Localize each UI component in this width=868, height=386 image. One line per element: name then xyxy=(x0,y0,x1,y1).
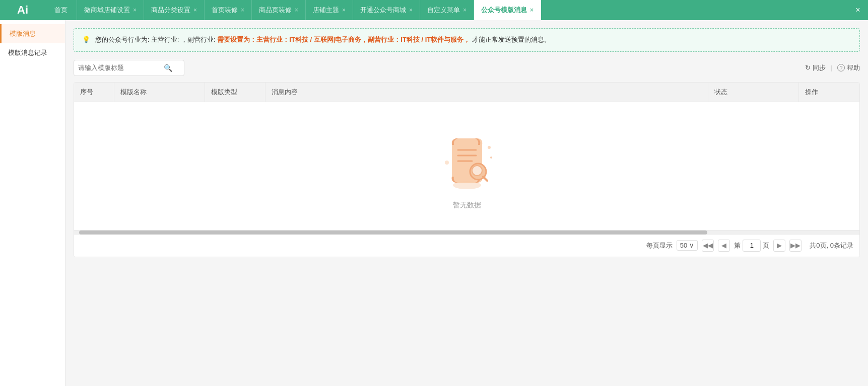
help-label: 帮助 xyxy=(847,63,860,72)
total-info: 共0页, 0条记录 xyxy=(810,241,853,250)
sidebar-item-template-message-log-label: 模版消息记录 xyxy=(8,49,47,56)
empty-text: 暂无数据 xyxy=(453,201,481,210)
page-label: 第 xyxy=(734,241,741,250)
search-bar: 🔍 ↻ 同步 | ? 帮助 xyxy=(74,60,860,76)
sync-label: 同步 xyxy=(813,63,826,72)
tab-category-settings[interactable]: 商品分类设置 × xyxy=(144,0,205,20)
per-page-dropdown-icon: ∨ xyxy=(689,242,694,249)
table-header: 序号 模版名称 模版类型 消息内容 状态 操作 xyxy=(74,83,859,102)
th-seq: 序号 xyxy=(74,83,114,102)
sidebar-item-template-message-label: 模版消息 xyxy=(10,30,36,37)
tab-template-message-close[interactable]: × xyxy=(530,7,533,14)
tab-shop-theme-label: 店铺主题 xyxy=(313,6,339,15)
search-actions: ↻ 同步 | ? 帮助 xyxy=(805,63,860,72)
sync-icon: ↻ xyxy=(805,64,811,71)
notice-icon: 💡 xyxy=(82,36,90,43)
notice-box: 💡 您的公众号行业为: 主营行业: ，副营行业: 需要设置为：主营行业：IT科技… xyxy=(74,28,860,52)
svg-point-7 xyxy=(488,146,491,149)
next-page-button[interactable]: ▶ xyxy=(773,240,785,252)
svg-line-6 xyxy=(483,177,487,181)
sidebar: 模版消息 模版消息记录 xyxy=(0,20,65,386)
th-action: 操作 xyxy=(799,83,859,102)
tab-custom-menu-label: 自定义菜单 xyxy=(427,6,460,15)
tab-product-decoration[interactable]: 商品页装修 × xyxy=(252,0,306,20)
first-page-button[interactable]: ◀◀ xyxy=(702,240,714,252)
page-input[interactable] xyxy=(743,240,761,252)
svg-point-9 xyxy=(490,157,492,159)
th-status: 状态 xyxy=(708,83,799,102)
page-num-input: 第 页 xyxy=(734,240,769,252)
tab-shop-settings-label: 微商城店铺设置 xyxy=(84,6,130,15)
th-template-name: 模版名称 xyxy=(114,83,205,102)
scrollbar-track[interactable] xyxy=(74,230,859,234)
search-input-wrap[interactable]: 🔍 xyxy=(74,60,184,76)
svg-point-8 xyxy=(445,161,449,165)
tab-category-settings-label: 商品分类设置 xyxy=(151,6,190,15)
th-template-type: 模版类型 xyxy=(205,83,265,102)
per-page-value: 50 xyxy=(680,242,687,249)
tab-shop-theme-close[interactable]: × xyxy=(342,7,346,14)
search-icon[interactable]: 🔍 xyxy=(164,64,172,72)
empty-icon xyxy=(437,132,497,193)
tab-open-mall-close[interactable]: × xyxy=(409,7,413,14)
tab-open-mall-label: 开通公众号商城 xyxy=(360,6,406,15)
svg-point-5 xyxy=(472,166,482,176)
pipe-divider: | xyxy=(831,64,832,71)
tab-template-message-label: 公众号模版消息 xyxy=(481,6,527,15)
tab-shop-settings[interactable]: 微商城店铺设置 × xyxy=(77,0,144,20)
tab-template-message[interactable]: 公众号模版消息 × xyxy=(474,0,541,20)
scrollbar-thumb[interactable] xyxy=(79,230,707,235)
notice-text-after: 才能正常发送预置的消息。 xyxy=(472,36,551,43)
help-button[interactable]: ? 帮助 xyxy=(837,63,860,72)
page-suffix: 页 xyxy=(763,241,769,250)
app-logo: Ai xyxy=(0,0,45,20)
top-nav: Ai 首页 微商城店铺设置 × 商品分类设置 × 首页装修 × 商品页装修 × … xyxy=(0,0,868,20)
table-container: 序号 模版名称 模版类型 消息内容 状态 操作 xyxy=(74,82,860,257)
tab-shop-settings-close[interactable]: × xyxy=(133,7,137,14)
help-icon: ? xyxy=(837,64,845,71)
tab-product-decoration-close[interactable]: × xyxy=(295,7,298,14)
tab-home-decoration[interactable]: 首页装修 × xyxy=(205,0,252,20)
sync-button[interactable]: ↻ 同步 xyxy=(805,63,826,72)
tab-home-decoration-label: 首页装修 xyxy=(212,6,238,15)
empty-state: 暂无数据 xyxy=(74,102,859,230)
notice-highlight-text: 需要设置为：主营行业：IT科技 / 互联网|电子商务，副营行业：IT科技 / I… xyxy=(217,36,470,43)
tab-custom-menu[interactable]: 自定义菜单 × xyxy=(420,0,474,20)
tab-product-decoration-label: 商品页装修 xyxy=(259,6,292,15)
per-page-label: 每页显示 xyxy=(646,241,673,250)
tab-home-decoration-close[interactable]: × xyxy=(241,7,244,14)
last-page-button[interactable]: ▶▶ xyxy=(789,240,802,252)
main-layout: 模版消息 模版消息记录 💡 您的公众号行业为: 主营行业: ，副营行业: 需要设… xyxy=(0,20,868,386)
per-page-select[interactable]: 50 ∨ xyxy=(677,240,698,251)
tab-open-mall[interactable]: 开通公众号商城 × xyxy=(353,0,420,20)
nav-tabs: 首页 微商城店铺设置 × 商品分类设置 × 首页装修 × 商品页装修 × 店铺主… xyxy=(45,0,848,20)
main-content: 💡 您的公众号行业为: 主营行业: ，副营行业: 需要设置为：主营行业：IT科技… xyxy=(65,20,868,386)
th-message-content: 消息内容 xyxy=(265,83,708,102)
tab-category-settings-close[interactable]: × xyxy=(193,7,197,14)
global-close-button[interactable]: × xyxy=(848,0,868,20)
prev-page-button[interactable]: ◀ xyxy=(718,240,730,252)
pagination: 每页显示 50 ∨ ◀◀ ◀ 第 页 ▶ ▶▶ xyxy=(74,234,859,257)
notice-text-before: 您的公众号行业为: 主营行业: ，副营行业: xyxy=(95,36,218,43)
tab-shop-theme[interactable]: 店铺主题 × xyxy=(306,0,353,20)
tab-home[interactable]: 首页 xyxy=(45,0,77,20)
tab-home-label: 首页 xyxy=(54,6,68,15)
sidebar-item-template-message-log[interactable]: 模版消息记录 xyxy=(0,43,65,62)
search-input[interactable] xyxy=(78,64,164,71)
tab-custom-menu-close[interactable]: × xyxy=(463,7,466,14)
sidebar-item-template-message[interactable]: 模版消息 xyxy=(0,24,65,43)
